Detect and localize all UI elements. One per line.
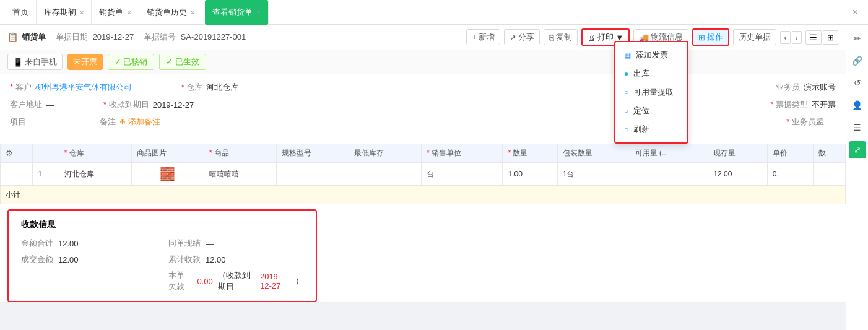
- payment-date-field: 收款到期日 2019-12-27: [103, 99, 194, 110]
- refresh-icon: ○: [624, 125, 628, 134]
- col-settings[interactable]: ⚙: [1, 144, 33, 163]
- tab-home[interactable]: 首页: [5, 0, 37, 25]
- outbound-item[interactable]: ● 出库: [615, 64, 687, 83]
- customer-label: 客户: [10, 82, 32, 93]
- outbound-icon: ●: [624, 69, 628, 78]
- row-product: 嘻嘻嘻嘻: [204, 163, 276, 186]
- ticket-type-value: 不开票: [812, 99, 836, 110]
- row-num: 1: [33, 163, 59, 186]
- add-invoice-item[interactable]: ▦ 添加发票: [615, 46, 687, 64]
- operations-icon: ⊞: [698, 33, 705, 42]
- doc-header: 📋 销货单 单据日期 2019-12-27 单据编号 SA-20191227-0…: [0, 25, 846, 50]
- effective-badge: ✓ 已生效: [159, 54, 206, 70]
- doc-number: 单据编号 SA-20191227-001: [144, 32, 246, 43]
- list-view-btn[interactable]: ☰: [805, 30, 822, 45]
- avail-qty-icon: ○: [624, 88, 628, 97]
- close-all-tabs[interactable]: ×: [848, 7, 863, 18]
- warehouse-field: 仓库 河北仓库: [181, 82, 239, 93]
- customer-field: 客户 柳州粤港平安气体有限公司: [10, 82, 132, 93]
- locate-icon: ○: [624, 106, 628, 115]
- note-label: 备注: [100, 116, 116, 128]
- owed-close: ）: [295, 276, 303, 287]
- same-order-value: —: [206, 239, 214, 248]
- address-field: 客户地址 —: [10, 99, 54, 110]
- sidebar-expand-icon[interactable]: ⤢: [849, 141, 866, 158]
- check-icon: ✓: [115, 57, 121, 66]
- col-quantity: 数量: [503, 144, 557, 163]
- col-min-stock: 最低库存: [349, 144, 421, 163]
- view-buttons: ☰ ⊞: [805, 30, 838, 45]
- warehouse-label: 仓库: [181, 82, 203, 93]
- cumulative-value: 12.00: [206, 255, 226, 264]
- transaction-row: 成交金额 12.00: [21, 254, 156, 265]
- tab-bar: 首页 库存期初 × 销货单 × 销货单历史 × 查看销货单 × ×: [0, 0, 868, 25]
- payment-title: 收款信息: [21, 219, 303, 230]
- tab-check-sales-close[interactable]: ×: [256, 9, 260, 16]
- refresh-item[interactable]: ○ 刷新: [615, 120, 687, 139]
- copy-icon: ⎘: [549, 33, 554, 42]
- operations-button[interactable]: ⊞ 操作: [692, 28, 729, 46]
- tab-sales-history-close[interactable]: ×: [191, 9, 194, 16]
- history-button[interactable]: 历史单据: [733, 29, 776, 45]
- row-quantity: 1.00: [503, 163, 557, 186]
- tab-inventory[interactable]: 库存期初 ×: [37, 0, 92, 25]
- next-arrow[interactable]: ›: [792, 31, 802, 44]
- share-button[interactable]: ↗ 分享: [504, 29, 540, 45]
- project-label: 项目: [10, 116, 26, 128]
- warehouse-value: 河北仓库: [206, 82, 238, 93]
- doc-date-value: 2019-12-27: [93, 32, 134, 41]
- cumulative-row: 累计收款 12.00: [168, 254, 303, 265]
- new-button[interactable]: + 新增: [466, 29, 500, 45]
- col-product: 商品: [204, 144, 276, 163]
- row-min-stock: [349, 163, 421, 186]
- payment-info-box: 收款信息 金额合计 12.00 同单现结 — 成交金额 12.00 累计收款 1…: [7, 209, 317, 302]
- row-pack-qty: 1台: [557, 163, 630, 186]
- salesman-label: 业务员: [776, 82, 800, 93]
- ticket-type-label: 票据类型: [770, 99, 808, 110]
- tab-sales-close[interactable]: ×: [127, 9, 131, 16]
- add-note-icon: ⊕: [119, 117, 126, 126]
- payment-grid: 金额合计 12.00 同单现结 — 成交金额 12.00 累计收款 12.00: [21, 238, 303, 292]
- col-sales-unit: 销售单位: [422, 144, 503, 163]
- payment-date-label: 收款到期日: [103, 99, 149, 110]
- form-area: 客户 柳州粤港平安气体有限公司 仓库 河北仓库 业务员 演示账号 客户地址 —: [0, 74, 846, 141]
- due-date: 2019-12-27: [260, 272, 290, 290]
- row-spec: [276, 163, 349, 186]
- sidebar-link-icon[interactable]: 🔗: [849, 52, 866, 69]
- transaction-value: 12.00: [58, 255, 79, 264]
- settings-icon: ⚙: [6, 149, 13, 158]
- transaction-label: 成交金额: [21, 254, 53, 265]
- cancelled-badge: ✓ 已核销: [108, 54, 154, 70]
- effective-check-icon: ✓: [166, 57, 173, 66]
- grid-view-btn[interactable]: ⊞: [823, 30, 838, 45]
- sidebar-list-icon[interactable]: ☰: [849, 119, 866, 136]
- total-amount-value: 12.00: [58, 239, 79, 248]
- doc-title-section: 📋 销货单: [7, 32, 46, 43]
- tab-sales-history[interactable]: 销货单历史 ×: [139, 0, 202, 25]
- same-order-label: 同单现结: [168, 238, 201, 249]
- owed-label: 本单欠款: [168, 270, 192, 292]
- customer-value[interactable]: 柳州粤港平安气体有限公司: [35, 82, 132, 93]
- sidebar-user-icon[interactable]: 👤: [849, 97, 866, 114]
- row-more: [813, 163, 845, 186]
- row-current-qty: 12.00: [708, 163, 767, 186]
- biz-field: 业务员孟 —: [786, 116, 836, 128]
- tab-sales[interactable]: 销货单 ×: [92, 0, 139, 25]
- locate-item[interactable]: ○ 定位: [615, 102, 687, 120]
- payment-date-value: 2019-12-27: [153, 100, 194, 110]
- sidebar-refresh-icon[interactable]: ↺: [849, 74, 866, 92]
- col-more: 数: [813, 144, 845, 163]
- right-sidebar: ✏ 🔗 ↺ 👤 ☰ ⤢: [846, 25, 868, 330]
- prev-arrow[interactable]: ‹: [780, 31, 790, 44]
- ticket-type-field: 票据类型 不开票: [770, 99, 836, 110]
- tab-inventory-close[interactable]: ×: [80, 9, 84, 16]
- sidebar-edit-icon[interactable]: ✏: [849, 30, 866, 47]
- tab-check-sales[interactable]: 查看销货单 ×: [205, 0, 268, 25]
- from-phone-button[interactable]: 📱 来自手机: [7, 54, 63, 70]
- copy-button[interactable]: ⎘ 复制: [544, 29, 578, 45]
- avail-qty-item[interactable]: ○ 可用量提取: [615, 83, 687, 102]
- add-note-btn[interactable]: ⊕ 添加备注: [119, 116, 160, 128]
- row-unit-price: 0.: [767, 163, 813, 186]
- note-field: 备注 ⊕ 添加备注: [100, 116, 160, 128]
- not-open-button[interactable]: 未开票: [67, 54, 103, 70]
